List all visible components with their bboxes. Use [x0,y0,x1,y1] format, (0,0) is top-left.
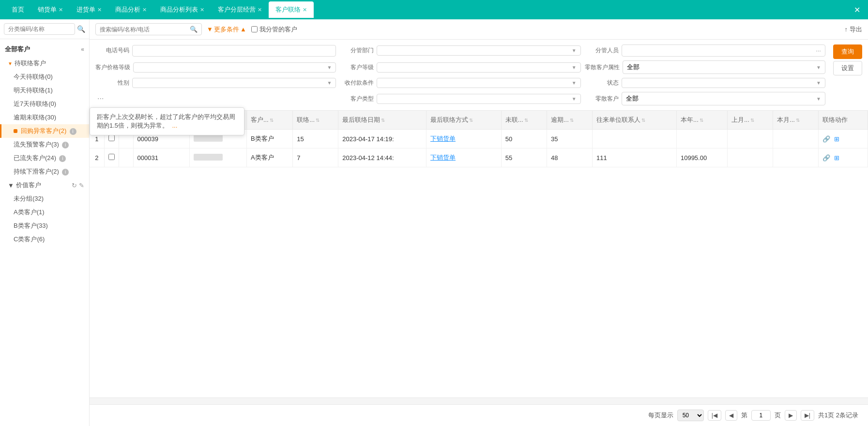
action-link-icon[interactable]: 🔗 [822,154,830,162]
tab-purchase-close[interactable]: ✕ [97,7,102,13]
lost-warning-info-icon[interactable]: i [62,142,69,148]
horizontal-scrollbar[interactable] [90,397,868,404]
settings-button[interactable]: 设置 [833,61,862,75]
gender-select[interactable]: ▼ [132,78,336,88]
action-link-icon[interactable]: 🔗 [822,135,830,143]
search-icon[interactable]: 🔍 [190,26,198,33]
search-input[interactable] [100,26,187,33]
first-page-btn[interactable]: |◀ [708,410,721,421]
col-last-month[interactable]: 上月...⇅ [727,111,773,130]
edit-icon[interactable]: ✎ [79,182,84,189]
last-page-btn[interactable]: ▶| [801,410,814,421]
price-level-select[interactable]: ▼ [133,62,336,73]
filter-toolbar: 🔍 ▼ 更多条件 ▲ 我分管的客户 ↑ 导出 [90,19,868,40]
department-label: 分管部门 [340,46,374,55]
content-area: 🔍 ▼ 更多条件 ▲ 我分管的客户 ↑ 导出 [90,19,868,426]
tab-purchase[interactable]: 进货单 ✕ [70,1,108,18]
action-grid-icon[interactable]: ⊞ [834,154,839,162]
sidebar-item-overdue[interactable]: 逾期未联络(30) [0,111,89,124]
customer-level-select[interactable]: ▼ [377,62,580,73]
retail-attr-select[interactable]: 全部▼ [623,60,825,74]
table-scroll[interactable]: ⚙ 客户编码⇅ 客户名称⇅ 客户...⇅ 联络...⇅ 最后联络日期⇅ 最后联络… [90,111,868,397]
repurchase-info-icon[interactable]: i [70,128,76,135]
prev-page-btn[interactable]: ◀ [725,410,737,421]
tab-product-analysis-close[interactable]: ✕ [142,7,147,13]
export-btn[interactable]: ↑ 导出 [845,25,863,34]
query-button[interactable]: 查询 [833,44,862,59]
per-page-select[interactable]: 50 10 20 100 [677,410,704,421]
col-no-contact[interactable]: 未联...⇅ [501,111,547,130]
more-conditions-btn[interactable]: ▼ 更多条件 ▲ [207,25,246,34]
more-options-dots[interactable]: ··· [95,94,106,103]
col-last-contact-date[interactable]: 最后联络日期⇅ [338,111,426,130]
payment-select[interactable]: ▼ [377,78,580,88]
row-last-month [727,130,773,148]
tab-sales[interactable]: 销货单 ✕ [31,1,70,18]
tab-product-analysis-list[interactable]: 商品分析列表 ✕ [153,1,211,18]
sidebar-item-already-lost[interactable]: 已流失客户(24) i [0,151,89,165]
col-customer-type[interactable]: 客户...⇅ [246,111,292,130]
repurchase-tooltip: 距客户上次交易时长，超过了此客户的平均交易周期的1.5倍，则视为异常。 ... [90,107,244,135]
filter-icon: ▼ [207,26,213,33]
row-last-contact-date: 2023-04-17 14:19: [338,130,426,148]
col-last-contact-method[interactable]: 最后联络方式⇅ [426,111,502,130]
row-checkbox[interactable] [108,154,115,160]
row-this-year: 10995.00 [676,148,727,167]
tab-product-analysis[interactable]: 商品分析 ✕ [108,1,153,18]
tab-customer-contact[interactable]: 客户联络 ✕ [269,1,314,18]
tooltip-more[interactable]: ... [172,122,177,129]
value-triangle-icon: ▼ [8,182,14,189]
next-page-btn[interactable]: ▶ [785,410,797,421]
sidebar-pending-group[interactable]: ▼ 待联络客户 [0,57,89,70]
status-select[interactable]: ▼ [622,78,825,88]
close-all-tabs[interactable]: ✕ [854,5,860,15]
row-checkbox[interactable] [108,135,115,141]
page-number-input[interactable] [751,410,771,421]
retail-customer-select[interactable]: 全部▼ [622,92,825,105]
sidebar-item-7days[interactable]: 近7天待联络(0) [0,97,89,111]
tab-product-analysis-list-close[interactable]: ✕ [200,7,204,13]
tab-home[interactable]: 首页 [5,1,31,18]
sidebar-item-repurchase-abnormal[interactable]: 回购异常客户(2) i [0,124,89,138]
sidebar-item-lost-warning[interactable]: 流失预警客户(3) i [0,138,89,151]
my-customer-checkbox[interactable] [251,26,258,32]
col-unit-contact[interactable]: 往来单位联系人⇅ [593,111,677,130]
tab-customer-contact-close[interactable]: ✕ [303,7,307,13]
col-overdue[interactable]: 逾期...⇅ [547,111,592,130]
manager-select[interactable]: ··· [622,44,825,57]
tab-sales-close[interactable]: ✕ [59,7,63,13]
my-customer-label: 我分管的客户 [259,25,297,34]
sidebar-item-tomorrow[interactable]: 明天待联络(1) [0,84,89,97]
department-select[interactable]: ▼ [377,45,580,56]
sidebar-item-unclassified[interactable]: 未分组(32) [0,192,89,206]
total-pages-label: 页 [775,411,781,420]
sidebar-item-c-class[interactable]: C类客户(6) [0,233,89,246]
already-lost-info-icon[interactable]: i [59,155,66,162]
filter-customer-type: 客户类型 ▼ [340,94,580,104]
row-last-contact-method[interactable]: 下销货单 [426,130,502,148]
sidebar-item-today[interactable]: 今天待联络(0) [0,70,89,84]
sidebar-collapse-icon[interactable]: « [81,46,84,53]
phone-input[interactable] [132,45,336,57]
sidebar-item-a-class[interactable]: A类客户(1) [0,206,89,219]
row-action: 🔗 ⊞ [819,148,868,167]
tab-customer-tier[interactable]: 客户分层经营 ✕ [211,1,269,18]
refresh-icon[interactable]: ↻ [72,182,77,189]
action-grid-icon[interactable]: ⊞ [834,135,839,143]
export-icon: ↑ [845,26,848,33]
sidebar-all-customers[interactable]: 全部客户 « [0,42,89,57]
sidebar-search-icon[interactable]: 🔍 [77,25,85,33]
sidebar-search-input[interactable] [4,23,75,35]
sidebar-item-continuous-down[interactable]: 持续下滑客户(2) i [0,165,89,178]
row-no-contact: 55 [501,148,547,167]
col-this-month[interactable]: 本月...⇅ [773,111,819,130]
sidebar-value-customer-group[interactable]: ▼ 价值客户 ↻ ✎ [0,178,89,192]
tab-customer-tier-close[interactable]: ✕ [258,7,262,13]
continuous-down-info-icon[interactable]: i [62,169,69,176]
col-this-year[interactable]: 本年...⇅ [676,111,727,130]
retail-customer-label: 零散客户 [585,95,619,103]
sidebar-item-b-class[interactable]: B类客户(33) [0,219,89,233]
col-contact-count[interactable]: 联络...⇅ [293,111,338,130]
customer-type-select[interactable]: ▼ [377,94,580,104]
row-last-contact-method[interactable]: 下销货单 [426,148,502,167]
